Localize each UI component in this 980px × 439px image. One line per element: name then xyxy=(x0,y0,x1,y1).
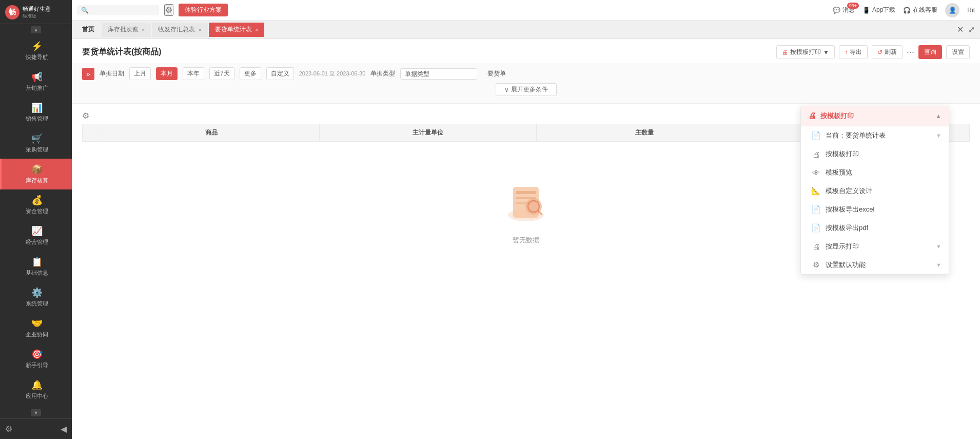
gear-btn[interactable]: ⚙ xyxy=(164,4,173,16)
template-icon: 📄 xyxy=(811,131,820,140)
refresh-icon: ↺ xyxy=(877,49,883,56)
page-actions: 🖨 按模板打印 ▼ ↑ 导出 ↺ 刷新 ··· 查询 设置 xyxy=(776,45,970,59)
sidebar-item-appstore[interactable]: 🔔 应用中心 xyxy=(0,374,72,405)
page-content: 要货单统计表(按商品) 🖨 按模板打印 ▼ ↑ 导出 ↺ 刷新 xyxy=(72,39,980,439)
sidebar-item-quicknav[interactable]: ⚡ 快捷导航 xyxy=(0,35,72,66)
page-title: 要货单统计表(按商品) xyxy=(82,47,162,58)
date-custom-btn[interactable]: 自定义 xyxy=(266,67,294,80)
dropdown-item-template-preview[interactable]: 👁 模板预览 xyxy=(801,163,949,182)
template-print-icon: 🖨 xyxy=(811,150,820,159)
tab-order-stats[interactable]: 要货单统计表 × xyxy=(209,23,264,37)
filter-collapse-btn[interactable]: » xyxy=(82,68,94,80)
download-icon: 📱 xyxy=(863,7,870,14)
messages-badge: 99+ xyxy=(847,3,859,9)
service-icon: 🎧 xyxy=(903,7,911,14)
empty-icon xyxy=(500,177,552,228)
sidebar-item-sales[interactable]: 📊 销售管理 xyxy=(0,97,72,128)
tab-close-collection[interactable]: × xyxy=(198,27,201,33)
template-custom-icon: 📐 xyxy=(811,186,820,196)
date-7days-btn[interactable]: 近7天 xyxy=(209,67,234,80)
dropdown-item-template-custom[interactable]: 📐 模板自定义设计 xyxy=(801,182,949,200)
online-service-btn[interactable]: 🎧 在线客服 xyxy=(903,6,937,14)
newbie-icon: 🎯 xyxy=(31,349,43,360)
sidebar-bottom: ⚙ ◀ xyxy=(0,418,72,439)
set-default-icon: ⚙ xyxy=(811,260,820,270)
dropdown-item-current-template[interactable]: 📄 当前：要货单统计表 ▼ xyxy=(801,126,949,145)
top-search-box[interactable]: 🔍 xyxy=(77,5,159,15)
purchase-icon: 🛒 xyxy=(31,133,43,144)
date-more-btn[interactable]: 更多 xyxy=(240,67,261,80)
chevron-down-icon: ▼ xyxy=(823,49,829,56)
tab-close-all-btn[interactable]: ✕ xyxy=(956,24,965,35)
quicknav-icon: ⚡ xyxy=(31,41,43,52)
filter-bar: » 单据日期 上月 本月 本年 近7天 更多 自定义 2023-06-01 至 … xyxy=(72,63,980,104)
order-cat-label: 要货单 xyxy=(487,69,506,78)
search-icon: 🔍 xyxy=(81,7,89,14)
doctype-select[interactable]: 单据类型 xyxy=(400,68,477,80)
sidebar-settings-btn[interactable]: ⚙ xyxy=(5,424,12,434)
dropdown-item-template-print[interactable]: 🖨 按模板打印 xyxy=(801,145,949,163)
print-dropdown: 🖨 按模板打印 ▲ 📄 当前：要货单统计表 ▼ 🖨 按模板打印 👁 模板预 xyxy=(800,106,949,275)
tab-collection-summary[interactable]: 收发存汇总表 × xyxy=(152,23,207,37)
sidebar-item-marketing[interactable]: 📢 营销推广 xyxy=(0,66,72,97)
th-product: 商品 xyxy=(103,124,320,141)
scroll-down-btn[interactable]: ▼ xyxy=(31,409,41,416)
tab-inventory-batch[interactable]: 库存批次账 × xyxy=(102,23,151,37)
scroll-up-btn[interactable]: ▲ xyxy=(31,26,41,33)
sidebar-item-operation[interactable]: 📈 经营管理 xyxy=(0,220,72,251)
sidebar-scroll-down-area: ▼ xyxy=(0,407,72,418)
export-btn[interactable]: ↑ 导出 xyxy=(839,45,868,59)
th-unit: 主计量单位 xyxy=(320,124,536,141)
tab-close-inventory-batch[interactable]: × xyxy=(142,27,145,33)
dropdown-item-template-excel[interactable]: 📄 按模板导出excel xyxy=(801,200,949,219)
sidebar-item-purchase[interactable]: 🛒 采购管理 xyxy=(0,128,72,159)
date-range: 2023-06-01 至 2023-06-30 xyxy=(299,70,366,78)
sidebar-item-inventory[interactable]: 📦 库存核算 xyxy=(0,159,72,189)
template-preview-icon: 👁 xyxy=(811,168,820,177)
date-label: 单据日期 xyxy=(100,69,124,78)
set-default-arrow: ▼ xyxy=(936,262,942,268)
sidebar-item-system[interactable]: ⚙️ 系统管理 xyxy=(0,282,72,313)
print-dropdown-icon: 🖨 xyxy=(808,111,816,121)
logo-icon: 畅 xyxy=(5,5,19,20)
username: Rit xyxy=(967,7,975,14)
trial-btn[interactable]: 体验行业方案 xyxy=(179,4,228,16)
filter-separator: ∨ 展开更多条件 xyxy=(82,80,970,99)
dropdown-item-display-print[interactable]: 🖨 按显示打印 ▼ xyxy=(801,237,949,256)
tab-maximize-btn[interactable]: ⤢ xyxy=(967,24,976,35)
finance-icon: 💰 xyxy=(31,195,43,206)
tab-home[interactable]: 首页 xyxy=(76,23,101,37)
print-btn[interactable]: 🖨 按模板打印 ▼ xyxy=(776,45,835,59)
date-current-month-btn[interactable]: 本月 xyxy=(156,67,178,80)
query-btn[interactable]: 查询 xyxy=(918,45,942,59)
sidebar-nav: ⚡ 快捷导航 📢 营销推广 📊 销售管理 🛒 采购管理 📦 库存核算 💰 xyxy=(0,35,72,407)
sidebar-item-basic[interactable]: 📋 基础信息 xyxy=(0,251,72,282)
appstore-icon: 🔔 xyxy=(31,379,43,391)
tab-close-order-stats[interactable]: × xyxy=(255,27,258,33)
messages-btn[interactable]: 💬 消息 99+ xyxy=(833,6,855,14)
display-print-arrow: ▼ xyxy=(936,243,942,250)
sidebar-item-collab[interactable]: 🤝 企业协同 xyxy=(0,313,72,343)
expand-conditions-btn[interactable]: ∨ 展开更多条件 xyxy=(496,83,557,96)
operation-icon: 📈 xyxy=(31,225,43,237)
sidebar-scroll-up-area: ▲ xyxy=(0,24,72,35)
dropdown-collapse-icon[interactable]: ▲ xyxy=(935,112,942,120)
sales-icon: 📊 xyxy=(31,102,43,113)
dropdown-item-template-pdf[interactable]: 📄 按模板导出pdf xyxy=(801,219,949,237)
th-checkbox xyxy=(83,124,103,141)
date-last-month-btn[interactable]: 上月 xyxy=(129,67,151,80)
search-input[interactable] xyxy=(91,7,155,14)
refresh-btn[interactable]: ↺ 刷新 xyxy=(872,45,903,59)
sidebar-item-finance[interactable]: 💰 资金管理 xyxy=(0,189,72,220)
settings-btn[interactable]: 设置 xyxy=(946,45,970,59)
more-options-icon[interactable]: ··· xyxy=(907,47,914,58)
table-settings-icon[interactable]: ⚙ xyxy=(82,111,89,121)
date-current-year-btn[interactable]: 本年 xyxy=(183,67,204,80)
doctype-label: 单据类型 xyxy=(370,69,395,78)
sidebar-collapse-btn[interactable]: ◀ xyxy=(61,424,67,434)
dropdown-item-set-default[interactable]: ⚙ 设置默认功能 ▼ xyxy=(801,256,949,274)
sidebar-item-newbie[interactable]: 🎯 新手引导 xyxy=(0,343,72,374)
export-icon: ↑ xyxy=(845,49,848,56)
user-avatar[interactable]: 👤 xyxy=(945,3,959,17)
app-download-btn[interactable]: 📱 App下载 xyxy=(863,6,895,14)
